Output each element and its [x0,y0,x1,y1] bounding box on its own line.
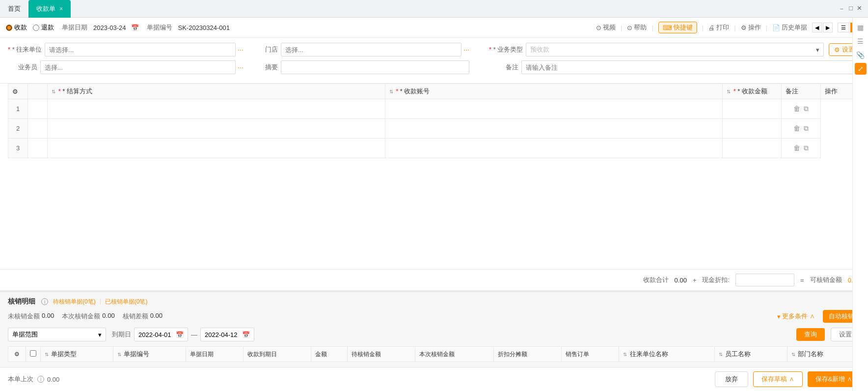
cell-settlement-2[interactable] [28,119,48,139]
date-from-input[interactable]: 2022-04-01 📅 [134,328,188,341]
more-conditions-btn[interactable]: ▾ 更多条件 ∧ [777,312,815,321]
window-minimize[interactable]: － [839,4,845,13]
operation-icon: ⚙ [741,24,747,31]
window-close[interactable]: ✕ [857,4,862,13]
business-type-label: * 业务类型 [489,45,523,54]
history-btn[interactable]: 📄 历史单据 [772,23,807,32]
summary-input[interactable] [281,60,469,74]
query-btn[interactable]: 查询 [796,328,825,341]
delete-icon-3[interactable]: 🗑 [793,144,800,152]
bottom-bar-actions: 放弃 保存草稿 ∧ 保存&新增 ∧ [715,371,860,387]
main-content: 收款 退款 单据日期 2023-03-24 📅 单据编号 SK-20230324… [0,18,868,391]
bth-department: ⇅ 部门名称 [787,347,860,362]
top-toolbar: 收款 退款 单据日期 2023-03-24 📅 单据编号 SK-20230324… [0,18,868,38]
cell-remark-2[interactable] [723,119,782,139]
cell-account-3[interactable] [48,139,385,158]
cell-account-1[interactable] [48,99,385,119]
staff-field: 业务员 ··· [8,60,244,74]
unverified-label: 未核销金额 [8,312,40,321]
chevron-down-icon: ▾ [816,46,819,54]
operation-btn[interactable]: ⚙ 操作 [741,23,761,32]
save-draft-btn[interactable]: 保存草稿 ∧ [753,371,803,387]
stat-current: 本次核销金额 0.00 [62,312,114,321]
nav-arrows: ◀ ▶ [812,23,833,32]
discount-input[interactable] [735,274,794,286]
history-label: 历史单据 [782,23,807,32]
delete-icon-1[interactable]: 🗑 [793,105,800,112]
sidebar-expand-icon[interactable]: ⤢ [855,63,867,75]
shortcut-btn[interactable]: ⌨ 快捷键 [658,22,697,33]
copy-icon-1[interactable]: ⧉ [804,105,809,112]
cell-amount-2[interactable] [385,119,723,139]
date-to-input[interactable]: 2022-04-12 📅 [200,328,254,341]
shortcut-label: 快捷键 [674,23,693,32]
cell-remark-1[interactable] [723,99,782,119]
hint-info-icon[interactable]: i [37,376,44,383]
business-type-field: * 业务类型 预收款 ▾ ⚙ 设置 [489,43,860,56]
video-btn[interactable]: ⊙ 视频 [596,23,616,32]
counterpart-more-icon[interactable]: ··· [238,46,244,54]
counterpart-field: * 往来单位 ··· [8,43,244,56]
remark-field: 备注 [489,60,860,74]
tab-receipt[interactable]: 收款单 × [28,0,71,18]
bth-pending-amount: 待核销金额 [347,347,415,362]
range-label: 单据范围 [12,330,38,339]
video-icon: ⊙ [596,24,601,31]
sidebar-clip-icon[interactable]: 📎 [855,49,867,61]
equals-sign: = [800,277,804,284]
delete-icon-2[interactable]: 🗑 [793,124,800,132]
form-area: * 往来单位 ··· 门店 ··· * 业务类型 预收款 ▾ ⚙ [0,38,868,84]
remark-input[interactable] [521,60,860,74]
cell-settlement-3[interactable] [28,139,48,158]
copy-icon-3[interactable]: ⧉ [804,144,809,152]
sort-icon-settlement: ⇅ [52,89,55,94]
form-row-2: 业务员 ··· 摘要 备注 [8,60,860,74]
print-icon: 🖨 [708,24,715,31]
window-maximize[interactable]: □ [849,4,853,13]
form-row-1: * 往来单位 ··· 门店 ··· * 业务类型 预收款 ▾ ⚙ [8,43,860,56]
staff-input[interactable] [40,60,236,74]
business-type-select[interactable]: 预收款 ▾ [526,43,824,56]
th-gear[interactable]: ⚙ [8,84,28,99]
verified-tab[interactable]: 已核销单据(0笔) [105,298,148,306]
staff-more-icon[interactable]: ··· [238,63,244,71]
cell-amount-1[interactable] [385,99,723,119]
plus-sign: + [693,277,697,284]
business-type-value: 预收款 [530,45,549,54]
range-select[interactable]: 单据范围 ▾ [8,328,106,341]
th-account: ⇅ * 收款账号 [385,84,723,99]
pending-tab[interactable]: 待核销单据(0笔) [53,298,96,306]
bth-gear[interactable]: ⚙ [8,347,26,362]
number-field: 单据编号 SK-20230324-001 [147,23,230,32]
tab-close-icon[interactable]: × [59,5,63,12]
total-label: 收款合计 [643,276,669,284]
next-btn[interactable]: ▶ [823,23,833,32]
cell-amount-3[interactable] [385,139,723,158]
shop-input[interactable] [281,43,461,56]
list-view-btn[interactable]: ☰ [838,23,849,32]
calendar-icon[interactable]: 📅 [131,24,139,31]
prev-btn[interactable]: ◀ [812,23,822,32]
cell-remark-3[interactable] [723,139,782,158]
receipt-table: ⚙ ⇅ * 结算方式 ⇅ * 收款账号 ⇅ * 收款金额 备注 [8,84,860,158]
cell-account-2[interactable] [48,119,385,139]
counterpart-label: * 往来单位 [8,45,42,54]
counterpart-input[interactable] [45,43,236,56]
calendar-to-icon: 📅 [242,331,250,338]
receipt-radio[interactable]: 收款 [6,23,27,32]
tab-home[interactable]: 首页 [0,0,28,18]
help-btn[interactable]: ⊙ 帮助 [627,23,647,32]
cell-settlement-1[interactable] [28,99,48,119]
select-all-checkbox[interactable] [30,350,36,357]
copy-icon-2[interactable]: ⧉ [804,124,809,132]
info-icon[interactable]: i [41,298,48,305]
refund-radio[interactable]: 退款 [33,23,54,32]
abandon-btn[interactable]: 放弃 [715,371,748,387]
sidebar-list-icon[interactable]: ☰ [855,35,867,47]
sidebar-table-icon[interactable]: ▦ [855,22,867,33]
shop-more-icon[interactable]: ··· [463,46,469,54]
print-label: 打印 [716,23,729,32]
bth-checkbox [26,347,41,362]
print-btn[interactable]: 🖨 打印 [708,23,729,32]
help-icon: ⊙ [627,24,632,31]
